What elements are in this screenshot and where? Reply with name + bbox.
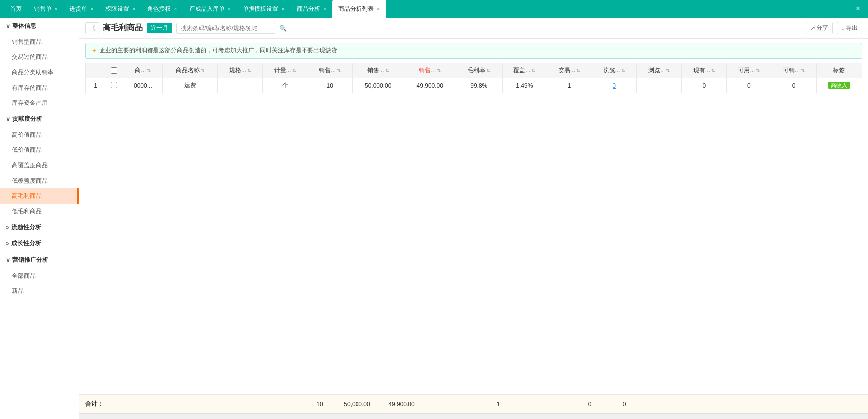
sort-icon: ⇅ xyxy=(337,68,341,73)
nav-item-template[interactable]: 单据模板设置 × xyxy=(237,0,290,18)
close-icon[interactable]: × xyxy=(377,6,380,12)
footer-spacer7 xyxy=(454,401,483,408)
sidebar-section-contribution[interactable]: ∨ 贡献度分析 xyxy=(0,111,79,127)
cell-spec xyxy=(218,78,263,93)
sidebar-section-marketing[interactable]: ∨ 营销推广分析 xyxy=(0,252,79,268)
col-unit: 计量...⇅ xyxy=(262,63,307,78)
close-icon[interactable]: × xyxy=(228,6,231,12)
table-container[interactable]: 商...⇅ 商品名称⇅ 规格...⇅ 计量...⇅ 销售...⇅ xyxy=(79,63,868,394)
sort-icon: ⇅ xyxy=(292,68,296,73)
nav-item-analysis[interactable]: 商品分析 × xyxy=(291,0,332,18)
cell-unit: 个 xyxy=(262,78,307,93)
sidebar-section-growth[interactable]: > 成长性分析 xyxy=(0,235,79,252)
export-button[interactable]: ↓ 导出 xyxy=(837,22,862,34)
sort-icon: ⇅ xyxy=(531,68,535,73)
close-icon[interactable]: × xyxy=(281,6,284,12)
table-row: 1 0000... 运费 个 10 50,000.00 49,900.00 99… xyxy=(86,78,862,93)
col-transaction: 交易...⇅ xyxy=(547,63,592,78)
nav-item-sales[interactable]: 销售单 × xyxy=(28,0,63,18)
cell-coverage: 1.49% xyxy=(502,78,547,93)
footer-spacer2 xyxy=(147,401,186,408)
search-input[interactable] xyxy=(176,23,275,34)
col-spec: 规格...⇅ xyxy=(218,63,263,78)
footer-spacer4 xyxy=(226,401,265,408)
sidebar-item-category-rate[interactable]: 商品分类助销率 xyxy=(0,65,79,80)
sidebar-item-high-value[interactable]: 高价值商品 xyxy=(0,127,79,142)
close-icon[interactable]: × xyxy=(323,6,326,12)
bottom-scrollbar[interactable] xyxy=(79,413,868,419)
cell-index: 1 xyxy=(86,78,105,93)
cell-sales-qty: 10 xyxy=(307,78,353,93)
footer-spacer6 xyxy=(424,401,454,408)
col-browse2: 浏览...⇅ xyxy=(637,63,682,78)
share-button[interactable]: ↗ 分享 xyxy=(806,22,833,34)
cell-code: 0000... xyxy=(123,78,163,93)
nav-item-home[interactable]: 首页 xyxy=(4,0,28,18)
footer-label: 合计： xyxy=(85,400,103,408)
nav-item-analysis-list[interactable]: 商品分析列表 × xyxy=(332,0,386,18)
footer-spacer3 xyxy=(186,401,226,408)
sidebar-item-high-coverage[interactable]: 高覆盖度商品 xyxy=(0,158,79,173)
data-table: 商...⇅ 商品名称⇅ 规格...⇅ 计量...⇅ 销售...⇅ xyxy=(85,63,862,93)
close-icon[interactable]: × xyxy=(54,6,57,12)
nav-item-purchase[interactable]: 进货单 × xyxy=(63,0,99,18)
nav-item-permission[interactable]: 权限设置 × xyxy=(100,0,141,18)
sidebar-section-overall[interactable]: ∨ 整体信息 xyxy=(0,18,79,34)
sort-icon: ⇅ xyxy=(666,68,670,73)
col-coverage: 覆盖...⇅ xyxy=(502,63,547,78)
close-icon[interactable]: × xyxy=(174,6,177,12)
sort-icon: ⇅ xyxy=(576,68,580,73)
sidebar-item-high-margin[interactable]: 高毛利商品 xyxy=(0,188,79,204)
cell-sales-profit: 49,900.00 xyxy=(404,78,456,93)
sidebar-item-sales-goods[interactable]: 销售型商品 xyxy=(0,34,79,49)
cell-sellable-stock: 0 xyxy=(771,78,817,93)
cell-name: 运费 xyxy=(162,78,217,93)
sort-icon: ⇅ xyxy=(756,68,760,73)
nav-item-product[interactable]: 产成品入库单 × xyxy=(183,0,237,18)
table-header-row: 商...⇅ 商品名称⇅ 规格...⇅ 计量...⇅ 销售...⇅ xyxy=(86,63,862,78)
sidebar-section-trend[interactable]: > 流趋性分析 xyxy=(0,219,79,235)
col-browse1: 浏览...⇅ xyxy=(592,63,637,78)
sort-icon: ⇅ xyxy=(711,68,715,73)
col-tag: 标签 xyxy=(816,63,862,78)
sidebar: ∨ 整体信息 销售型商品 交易过的商品 商品分类助销率 有库存的商品 库存资金占… xyxy=(0,18,79,419)
col-index xyxy=(86,63,105,78)
time-filter-button[interactable]: 近一月 xyxy=(147,23,172,33)
cell-browse1[interactable]: 0 xyxy=(592,78,637,93)
footer-spacer8 xyxy=(513,401,543,408)
row-checkbox[interactable] xyxy=(111,82,117,88)
top-nav: 首页 销售单 × 进货单 × 权限设置 × 角色授权 × 产成品入库单 × 单据… xyxy=(0,0,868,18)
cell-current-stock: 0 xyxy=(682,78,727,93)
content-area: 《 高毛利商品 近一月 🔍 ↗ 分享 ↓ 导出 ✦ 企业的主要的利润都是这部分商… xyxy=(79,18,868,419)
sidebar-item-low-value[interactable]: 低价值商品 xyxy=(0,142,79,158)
sidebar-item-new-goods[interactable]: 新品 xyxy=(0,283,79,299)
cell-available-stock: 0 xyxy=(726,78,771,93)
cell-sales-amount: 50,000.00 xyxy=(352,78,404,93)
col-sales-qty: 销售...⇅ xyxy=(307,63,353,78)
sort-icon: ⇅ xyxy=(147,68,151,73)
sidebar-item-low-margin[interactable]: 低毛利商品 xyxy=(0,204,79,219)
cell-gross-margin: 99.8% xyxy=(456,78,503,93)
col-name: 商品名称⇅ xyxy=(162,63,217,78)
chevron-right-icon: > xyxy=(6,240,9,247)
sort-icon: ⇅ xyxy=(437,68,441,73)
sidebar-item-in-stock-goods[interactable]: 有库存的商品 xyxy=(0,80,79,95)
select-all-checkbox[interactable] xyxy=(111,67,117,74)
footer-current-stock: 0 xyxy=(572,401,607,408)
cell-checkbox[interactable] xyxy=(105,78,123,93)
content-header: 《 高毛利商品 近一月 🔍 ↗ 分享 ↓ 导出 xyxy=(79,18,868,39)
close-icon[interactable]: × xyxy=(132,6,135,12)
sidebar-item-all-goods[interactable]: 全部商品 xyxy=(0,268,79,283)
close-icon[interactable]: × xyxy=(90,6,93,12)
sidebar-item-low-coverage[interactable]: 低覆盖度商品 xyxy=(0,173,79,188)
sidebar-item-traded-goods[interactable]: 交易过的商品 xyxy=(0,49,79,65)
window-close-button[interactable]: × xyxy=(852,4,864,13)
nav-item-role[interactable]: 角色授权 × xyxy=(141,0,183,18)
main-layout: ∨ 整体信息 销售型商品 交易过的商品 商品分类助销率 有库存的商品 库存资金占… xyxy=(0,18,868,419)
sidebar-collapse-button[interactable]: 《 xyxy=(85,22,99,34)
col-checkbox xyxy=(105,63,123,78)
col-gross-margin: 毛利率⇅ xyxy=(456,63,503,78)
footer-sales-amount: 50,000.00 xyxy=(335,401,379,408)
search-icon[interactable]: 🔍 xyxy=(279,25,287,32)
sidebar-item-stock-capital[interactable]: 库存资金占用 xyxy=(0,95,79,111)
